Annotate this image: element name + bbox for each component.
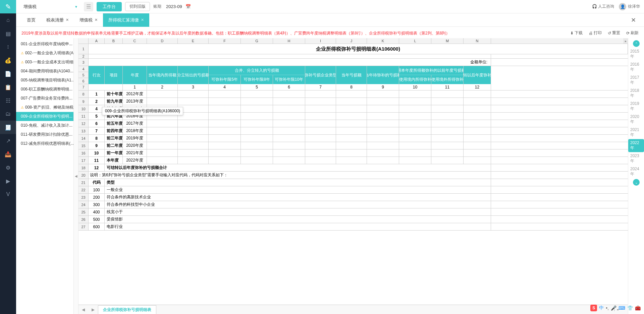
cell[interactable] [367, 120, 399, 127]
nav-money-icon[interactable]: 💰 [0, 54, 16, 67]
cell[interactable] [209, 98, 241, 105]
cell[interactable]: 8 [89, 135, 105, 142]
cell[interactable] [178, 149, 209, 156]
cell[interactable] [209, 113, 241, 120]
year-item[interactable]: 2019年 [628, 100, 644, 113]
ime-kbd-icon[interactable]: ⌨ [619, 305, 625, 311]
cell[interactable] [241, 149, 273, 156]
tree-item[interactable]: ⚠003-一般企业成本支出明细... [16, 58, 73, 67]
cell[interactable]: 2018年度 [123, 127, 147, 134]
cell[interactable] [464, 90, 491, 98]
cell[interactable] [336, 98, 367, 105]
cell[interactable] [399, 157, 431, 164]
collapse-handle[interactable]: ◀ [74, 38, 78, 314]
column-header[interactable]: C [123, 38, 147, 44]
refresh-button[interactable]: ⟳ 刷新 [626, 30, 639, 36]
cell[interactable]: 4 [209, 84, 241, 90]
cell[interactable] [209, 127, 241, 134]
ime-mic-icon[interactable]: 🎤 [611, 305, 616, 311]
cell[interactable] [464, 113, 491, 120]
cell[interactable] [241, 157, 273, 164]
download-button[interactable]: ⬇ 下载 [570, 30, 583, 36]
cell[interactable] [336, 113, 367, 120]
cell[interactable] [305, 157, 336, 164]
row-header[interactable]: 15 [78, 142, 89, 149]
cell[interactable] [305, 90, 336, 98]
cell[interactable] [464, 149, 491, 156]
nav-tax-icon[interactable]: 🧾 [0, 121, 16, 134]
cell[interactable]: 前二年度 [105, 142, 123, 149]
tree-item[interactable]: 009-企业所得税弥补亏损明... [16, 112, 73, 121]
cell[interactable] [336, 142, 367, 149]
tab-tax-list[interactable]: 税表清册✕ [41, 13, 74, 27]
cell[interactable]: 2022年度 [123, 157, 147, 164]
cell[interactable]: 本年度 [105, 157, 123, 164]
period-value[interactable]: 2023-09 [166, 4, 182, 9]
nav-export-icon[interactable]: ↗ [0, 134, 16, 147]
tree-item[interactable]: 004-期间费用明细表(A1040... [16, 67, 73, 76]
ime-tool-icon[interactable]: 🧰 [635, 305, 641, 311]
cell[interactable] [399, 90, 431, 98]
cell[interactable]: 代码 [89, 179, 105, 186]
cell[interactable] [178, 135, 209, 142]
cell[interactable]: 9 [89, 142, 105, 149]
cell[interactable] [209, 135, 241, 142]
cell[interactable]: 2021年度 [123, 149, 147, 156]
cell[interactable] [273, 157, 305, 164]
cell[interactable] [464, 105, 491, 112]
cell[interactable]: 前九年度 [105, 98, 123, 105]
cell[interactable]: 2012年度 [123, 90, 147, 98]
nav-doc-icon[interactable]: ▤ [0, 27, 16, 40]
cell[interactable] [399, 98, 431, 105]
cell[interactable]: 前一年度 [105, 149, 123, 156]
cell[interactable] [147, 120, 178, 127]
cell[interactable] [305, 142, 336, 149]
column-header[interactable]: A [89, 38, 105, 44]
row-header[interactable]: 13 [78, 127, 89, 134]
nav-inbox-icon[interactable]: 📥 [0, 147, 16, 161]
cell[interactable] [336, 120, 367, 127]
cell[interactable] [367, 142, 399, 149]
cell[interactable]: 前三年度 [105, 135, 123, 142]
year-item[interactable]: 2024年 [628, 165, 644, 178]
cell[interactable] [431, 105, 464, 112]
cell[interactable] [89, 54, 491, 58]
cell[interactable] [367, 157, 399, 164]
cell[interactable]: 11 [89, 157, 105, 164]
cell[interactable] [273, 142, 305, 149]
cell[interactable] [464, 120, 491, 127]
cell[interactable] [273, 127, 305, 134]
row-header[interactable]: 18 [78, 164, 89, 171]
year-item[interactable]: 2018年 [628, 87, 644, 100]
tree-item[interactable]: 001-企业所得税年度纳税申... [16, 40, 73, 49]
cell[interactable] [209, 105, 241, 112]
row-header[interactable]: 23 [78, 194, 89, 201]
cell[interactable] [273, 120, 305, 127]
cell[interactable] [367, 90, 399, 98]
nav-v-icon[interactable]: V [0, 188, 16, 201]
cell[interactable]: 12 [89, 164, 105, 171]
cell[interactable] [431, 98, 464, 105]
column-header[interactable]: G [241, 38, 273, 44]
cell[interactable]: 8 [336, 84, 367, 90]
row-header[interactable]: 22 [78, 186, 89, 193]
year-item[interactable]: 2022年 [628, 139, 644, 152]
cell[interactable] [399, 127, 431, 134]
row-header[interactable]: 24 [78, 201, 89, 208]
nav-form-icon[interactable]: ☷ [0, 94, 16, 107]
cell[interactable] [367, 149, 399, 156]
cell[interactable] [241, 142, 273, 149]
expand-icon[interactable]: ▸ [623, 38, 628, 44]
cell[interactable] [336, 90, 367, 98]
year-item[interactable]: 2017年 [628, 74, 644, 87]
cell[interactable] [464, 135, 491, 142]
cell[interactable]: 6 [273, 84, 305, 90]
cell[interactable] [367, 135, 399, 142]
cell[interactable] [431, 149, 464, 156]
cell[interactable] [147, 149, 178, 156]
cell[interactable] [399, 120, 431, 127]
cell[interactable]: 11 [431, 84, 464, 90]
column-header[interactable]: J [336, 38, 367, 44]
tree-item[interactable]: 010-免税、减计收入及加计... [16, 121, 73, 130]
nav-chart-icon[interactable]: ⫶ [0, 40, 16, 54]
